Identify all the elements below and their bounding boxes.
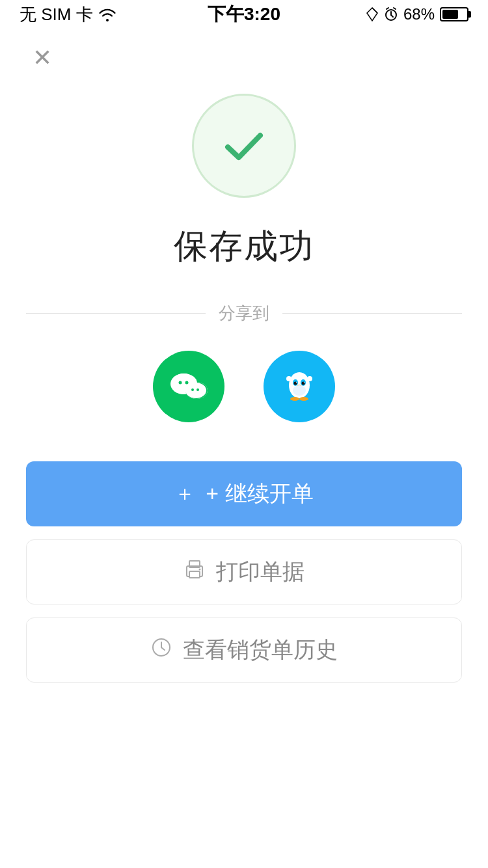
- close-button[interactable]: ✕: [26, 42, 59, 74]
- svg-point-36: [199, 569, 201, 571]
- divider-right: [282, 313, 462, 314]
- svg-point-23: [296, 382, 297, 383]
- qq-icon: [280, 367, 319, 406]
- share-icons: [26, 351, 462, 422]
- svg-line-3: [391, 15, 393, 17]
- success-icon-wrapper: [192, 94, 296, 198]
- share-section: 分享到: [26, 302, 462, 461]
- wechat-share-button[interactable]: [153, 351, 224, 422]
- close-icon: ✕: [33, 46, 52, 70]
- battery-bar: [440, 7, 468, 21]
- svg-point-17: [185, 383, 206, 398]
- divider-left: [26, 313, 206, 314]
- main-content: ✕ 保存成功 分享到: [0, 29, 488, 868]
- print-label: 打印单据: [216, 557, 305, 587]
- svg-line-4: [386, 8, 388, 9]
- svg-point-26: [304, 382, 305, 383]
- svg-point-16: [185, 381, 188, 384]
- svg-point-28: [293, 385, 306, 396]
- alarm-icon: [384, 7, 398, 22]
- svg-point-31: [290, 397, 299, 401]
- location-icon: [366, 7, 379, 22]
- wifi-icon: [98, 7, 116, 21]
- action-buttons: ＋ + 继续开单 打印单据 查看销货单历史: [26, 461, 462, 683]
- battery-percent: 68%: [403, 5, 435, 23]
- qq-share-button[interactable]: [264, 351, 335, 422]
- wechat-icon: [168, 366, 210, 408]
- history-icon: [150, 636, 172, 664]
- checkmark-icon: [218, 120, 270, 172]
- svg-point-15: [178, 381, 182, 384]
- print-button[interactable]: 打印单据: [26, 539, 462, 604]
- status-time: 下午3:20: [208, 2, 280, 27]
- svg-point-30: [307, 376, 312, 381]
- status-right: 68%: [366, 5, 468, 23]
- continue-button[interactable]: ＋ + 继续开单: [26, 461, 462, 526]
- share-label: 分享到: [219, 302, 269, 325]
- svg-rect-34: [189, 571, 200, 578]
- svg-point-18: [191, 388, 194, 391]
- history-label: 查看销货单历史: [183, 635, 338, 665]
- svg-point-29: [286, 376, 291, 381]
- print-icon: [183, 558, 206, 586]
- svg-line-5: [394, 8, 396, 9]
- plus-icon: ＋: [174, 480, 195, 508]
- battery-fill: [442, 10, 458, 19]
- status-bar: 无 SIM 卡 下午3:20 68%: [0, 0, 488, 29]
- no-sim-label: 无 SIM 卡: [20, 3, 93, 26]
- success-title: 保存成功: [174, 224, 314, 269]
- svg-point-19: [197, 388, 199, 391]
- svg-point-32: [299, 397, 308, 401]
- continue-label: + 继续开单: [206, 479, 313, 509]
- history-button[interactable]: 查看销货单历史: [26, 617, 462, 683]
- status-left: 无 SIM 卡: [20, 3, 116, 26]
- share-divider: 分享到: [26, 302, 462, 325]
- svg-line-0: [372, 8, 377, 13]
